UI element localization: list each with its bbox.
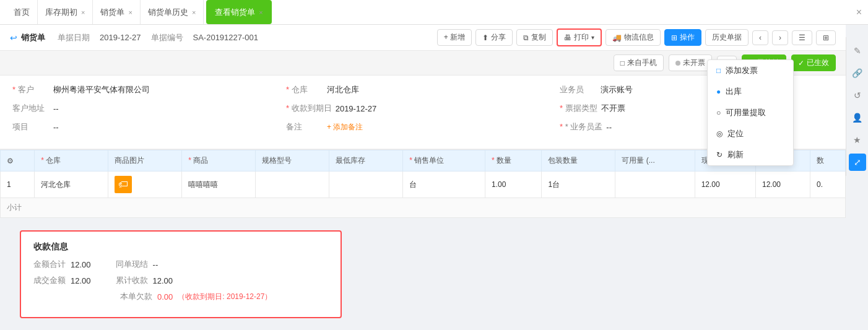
operations-button[interactable]: ⊞ 操作 bbox=[664, 29, 701, 46]
share-icon: ⬆ bbox=[482, 33, 488, 42]
address-value: -- bbox=[53, 104, 59, 113]
from-phone-button[interactable]: □ 来自手机 bbox=[614, 54, 664, 71]
copy-button[interactable]: ⧉ 复制 bbox=[516, 29, 553, 46]
tab-sales-history[interactable]: 销货单历史 × bbox=[141, 0, 204, 24]
col-available: 可用量 (... bbox=[615, 150, 695, 172]
close-view-sales[interactable]: × bbox=[259, 9, 263, 16]
transaction-label: 成交金额 bbox=[33, 275, 66, 286]
col-settings[interactable]: ⚙ bbox=[1, 150, 35, 172]
invoice-type-label: 票据类型 bbox=[560, 103, 597, 114]
tab-view-sales[interactable]: 查看销货单 × bbox=[206, 0, 271, 24]
cumulative-label: 累计收款 bbox=[116, 275, 148, 286]
add-note-button[interactable]: 添加备注 bbox=[327, 122, 363, 132]
grid-view-icon: ⊞ bbox=[823, 33, 829, 42]
global-close-button[interactable]: × bbox=[856, 7, 862, 18]
same-order-value: -- bbox=[153, 260, 158, 269]
cell-product: 嘻嘻嘻嘻 bbox=[182, 172, 256, 198]
owe-field: 本单欠款 0.00 （收款到期日: 2019-12-27） bbox=[120, 291, 272, 302]
doc-toolbar: ↩ 销货单 单据日期 2019-12-27 单据编号 SA-20191227-0… bbox=[0, 25, 846, 51]
operations-dropdown: □ 添加发票 ● 出库 ○ 可用量提取 ◎ 定位 ↻ 刷新 bbox=[707, 59, 794, 166]
transaction-field: 成交金额 12.00 bbox=[33, 275, 91, 286]
invoice-type-value: 不开票 bbox=[601, 103, 625, 114]
payment-date-value: 2019-12-27 bbox=[336, 104, 377, 113]
warehouse-value: 河北仓库 bbox=[327, 84, 359, 95]
refresh-icon[interactable]: ↺ bbox=[849, 87, 866, 104]
cell-pack-qty: 1台 bbox=[542, 172, 615, 198]
same-order-label: 同单现结 bbox=[116, 259, 148, 270]
product-image: 🏷 bbox=[115, 176, 132, 193]
edit-icon[interactable]: ✎ bbox=[849, 42, 866, 59]
print-button[interactable]: 🖶 打印 ▾ bbox=[557, 28, 602, 46]
user-icon[interactable]: 👤 bbox=[849, 109, 866, 126]
col-quantity: 数量 bbox=[485, 150, 542, 172]
number-label: 单据编号 bbox=[151, 32, 183, 43]
doc-meta: 单据日期 2019-12-27 单据编号 SA-20191227-001 bbox=[58, 32, 258, 43]
total-field: 金额合计 12.00 bbox=[33, 259, 91, 270]
effected-icon: ✓ bbox=[798, 59, 804, 67]
close-sales-order[interactable]: × bbox=[128, 9, 132, 16]
payment-date-label: 收款到期日 bbox=[286, 103, 332, 114]
col-product-img: 商品图片 bbox=[108, 150, 182, 172]
print-icon: 🖶 bbox=[564, 33, 571, 42]
menu-available-qty[interactable]: ○ 可用量提取 bbox=[708, 102, 793, 123]
phone-icon: □ bbox=[620, 59, 625, 67]
doc-title-section: ↩ 销货单 bbox=[10, 32, 45, 43]
payment-date-field: 收款到期日 2019-12-27 bbox=[286, 103, 560, 114]
close-sales-history[interactable]: × bbox=[192, 9, 196, 16]
note-field: 备注 添加备注 bbox=[286, 121, 560, 132]
project-field: 项目 -- bbox=[12, 121, 286, 132]
number-value: SA-20191227-001 bbox=[193, 33, 259, 42]
pi-row-1: 金额合计 12.00 同单现结 -- bbox=[33, 259, 328, 270]
history-button[interactable]: 历史单据 bbox=[705, 29, 749, 46]
grid-view-button[interactable]: ⊞ bbox=[816, 30, 836, 45]
star-icon[interactable]: ★ bbox=[849, 131, 866, 149]
col-pack-qty: 包装数量 bbox=[542, 150, 615, 172]
close-inventory-init[interactable]: × bbox=[81, 9, 85, 16]
tab-bar: 首页 库存期初 × 销货单 × 销货单历史 × 查看销货单 × × bbox=[0, 0, 868, 25]
nav-prev-button[interactable]: ‹ bbox=[752, 30, 768, 45]
customer-value: 柳州粤港平安气体有限公司 bbox=[53, 84, 150, 95]
address-field: 客户地址 -- bbox=[12, 103, 286, 114]
subtotal-label: 小计 bbox=[1, 198, 846, 218]
status-dot bbox=[675, 61, 680, 66]
pi-row-2: 成交金额 12.00 累计收款 12.00 bbox=[33, 275, 328, 286]
sales-person-label: * 业务员孟 bbox=[560, 121, 602, 132]
effected-button[interactable]: ✓ 已生效 bbox=[791, 54, 836, 71]
cell-min-stock bbox=[329, 172, 403, 198]
list-view-button[interactable]: ☰ bbox=[792, 30, 812, 45]
table-row: 1 河北仓库 🏷 嘻嘻嘻嘻 台 1.00 1台 bbox=[1, 172, 846, 198]
subtotal-row: 小计 bbox=[1, 198, 846, 218]
total-label: 金额合计 bbox=[33, 259, 66, 270]
right-sidebar: ✎ 🔗 ↺ 👤 ★ ⤢ bbox=[846, 37, 868, 176]
logistics-button[interactable]: 🚚 物流信息 bbox=[605, 29, 661, 46]
logistics-icon: 🚚 bbox=[612, 33, 622, 42]
employee-value: 演示账号 bbox=[601, 84, 633, 95]
sales-order-icon: ↩ bbox=[10, 33, 17, 43]
add-button[interactable]: + 新增 bbox=[437, 29, 472, 46]
share-button[interactable]: ⬆ 分享 bbox=[475, 29, 513, 46]
menu-locate[interactable]: ◎ 定位 bbox=[708, 123, 793, 144]
locate-icon: ◎ bbox=[716, 129, 723, 138]
col-spec: 规格型号 bbox=[256, 150, 329, 172]
grid-icon: ⊞ bbox=[671, 33, 677, 42]
list-view-icon: ☰ bbox=[799, 33, 805, 42]
toolbar-actions: + 新增 ⬆ 分享 ⧉ 复制 🖶 打印 ▾ 🚚 物流信息 bbox=[437, 28, 836, 46]
not-open-button[interactable]: 未开票 bbox=[669, 54, 712, 71]
cumulative-field: 累计收款 12.00 bbox=[116, 275, 173, 286]
project-value: -- bbox=[53, 123, 59, 132]
cell-sales-unit: 台 bbox=[403, 172, 485, 198]
nav-next-button[interactable]: › bbox=[772, 30, 788, 45]
owe-label: 本单欠款 bbox=[120, 291, 152, 302]
cell-stock: 12.00 bbox=[695, 172, 755, 198]
refresh-menu-icon: ↻ bbox=[716, 150, 723, 159]
out-warehouse-icon: ● bbox=[716, 87, 721, 96]
menu-out-warehouse[interactable]: ● 出库 bbox=[708, 81, 793, 102]
cell-product-img: 🏷 bbox=[108, 172, 182, 198]
menu-refresh[interactable]: ↻ 刷新 bbox=[708, 144, 793, 165]
link-icon[interactable]: 🔗 bbox=[849, 64, 866, 82]
tab-inventory-init[interactable]: 库存期初 × bbox=[38, 0, 93, 24]
tab-sales-order[interactable]: 销货单 × bbox=[93, 0, 140, 24]
menu-add-invoice[interactable]: □ 添加发票 bbox=[708, 60, 793, 81]
tab-home[interactable]: 首页 bbox=[6, 0, 38, 24]
expand-icon[interactable]: ⤢ bbox=[849, 154, 866, 171]
